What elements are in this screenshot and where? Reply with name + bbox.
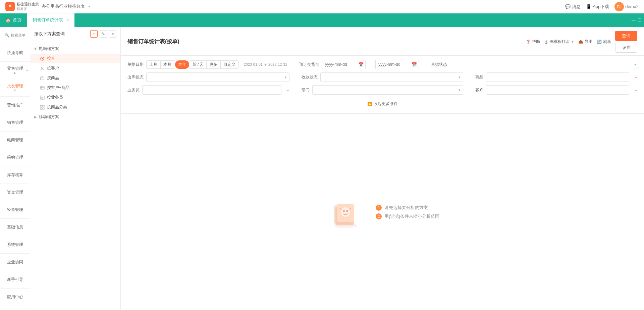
filter-row-3: 业务员 ··· 部门 客户 ··· [127, 85, 637, 95]
filter-salesman: 业务员 ··· [127, 85, 289, 95]
department-select[interactable] [312, 85, 464, 95]
logo-version: 标准版 [17, 7, 39, 11]
filter-goods: 商品 ··· [475, 72, 637, 82]
sidebar-item-retail[interactable]: 零售管理 ▶ [0, 62, 30, 79]
filter-expected-date: 预计交货期 📅 — 📅 [299, 60, 419, 69]
active-tab-label: 销售订单统计表 [33, 17, 63, 23]
sidebar-item-operations[interactable]: 经营管理 [0, 201, 30, 219]
appcenter-label: 应用中心 [7, 294, 23, 300]
7days-btn[interactable]: 近7天 [190, 60, 206, 69]
empty-tip-1: 1 请先选择要分析的方案 [376, 205, 439, 211]
goods-more-icon[interactable]: ··· [633, 74, 637, 80]
tree-item-by-salesman[interactable]: 按业务员 [30, 93, 120, 102]
out-status-label: 出库状态 [127, 74, 144, 80]
tab-active[interactable]: 销售订单统计表 × [27, 13, 74, 27]
breadcrumb-dropdown-icon[interactable] [87, 4, 92, 9]
tree-category-mobile[interactable]: ▶ 移动端方案 [30, 112, 120, 122]
by-customer-label: 按客户 [47, 65, 59, 71]
sidebar-item-guide[interactable]: 新手引导 [0, 271, 30, 289]
sidebar-item-wholesale[interactable]: 批发管理 ▼ [0, 79, 30, 97]
panel-tree: ▶ 电脑端方案 按单 按客户 按商品 [30, 41, 120, 310]
status-label: 单据状态 [431, 62, 447, 67]
tree-item-by-order[interactable]: 按单 [30, 54, 120, 63]
filter-status: 单据状态 ▾ [431, 60, 637, 69]
sidebar-item-sales[interactable]: 销售管理 [0, 114, 30, 132]
export-link[interactable]: 📤 导出 [578, 39, 593, 45]
sidebar-item-purchase[interactable]: 采购管理 [0, 149, 30, 166]
customer-input[interactable] [486, 85, 629, 95]
filter-department: 部门 [302, 85, 464, 95]
tab-home[interactable]: 🏠 首页 [0, 13, 27, 27]
sidebar-search-item[interactable]: 🔍 搜索菜单 [0, 27, 30, 44]
goods-input[interactable] [486, 72, 629, 82]
prev-month-btn[interactable]: 上月 [146, 60, 160, 69]
out-status-select[interactable] [146, 72, 289, 82]
svg-rect-7 [40, 87, 44, 89]
user-action[interactable]: Ea demo2 [614, 2, 639, 11]
enterprise-label: 企业协同 [7, 259, 23, 265]
collapse-btn[interactable]: 🔼 收起更多条件 [127, 98, 637, 109]
salesman-input[interactable] [142, 85, 281, 95]
tree-item-by-goods-category[interactable]: 按商品分类 [30, 102, 120, 112]
sidebar-item-inventory[interactable]: 库存核算 [0, 166, 30, 184]
current-year-btn[interactable]: 本年 [175, 60, 189, 69]
minimize-btn[interactable]: ─ [632, 17, 635, 23]
department-select-wrap [312, 85, 464, 95]
tree-item-by-goods[interactable]: 按商品 [30, 73, 120, 83]
by-customer-goods-label: 按客户+商品 [47, 85, 69, 91]
header-left: 畅捷通好生意 标准版 办公用品行业模拟账套 [5, 2, 92, 11]
tree-item-by-customer-goods[interactable]: 按客户+商品 [30, 83, 120, 93]
customer-more-icon[interactable]: ··· [633, 87, 637, 93]
message-action[interactable]: 💬 消息 [565, 4, 581, 10]
help-icon: ❓ [526, 40, 531, 44]
sidebar-item-finance[interactable]: 资金管理 [0, 184, 30, 201]
tab-close-icon[interactable]: × [66, 18, 69, 22]
salesman-label: 业务员 [127, 87, 140, 93]
sidebar-item-basic[interactable]: 基础信息 [0, 219, 30, 236]
salesman-more-icon[interactable]: ··· [285, 87, 289, 93]
expected-date-inputs: 📅 — 📅 [322, 60, 419, 69]
custom-btn[interactable]: 自定义 [220, 60, 238, 69]
sidebar-item-marketing[interactable]: 营销推广 [0, 97, 30, 114]
expected-date-label: 预计交货期 [299, 62, 319, 67]
date-range-text: 2023-01-01 至 2023-12-31 [244, 62, 287, 67]
tree-category-desktop[interactable]: ▶ 电脑端方案 [30, 44, 120, 54]
more-btn[interactable]: 更多 [206, 60, 220, 69]
page-title: 销售订单统计表(按单) [127, 38, 179, 45]
current-month-btn[interactable]: 本月 [160, 60, 174, 69]
mobile-icon: 📱 [586, 4, 591, 9]
receive-status-select[interactable] [320, 72, 464, 82]
template-print-link[interactable]: 🖨 按模板打印 ▼ [544, 39, 574, 45]
retail-label: 零售管理 [7, 66, 23, 71]
sidebar-item-enterprise[interactable]: 企业协同 [0, 254, 30, 271]
empty-tips: 1 请先选择要分析的方案 2 用[过滤]条件来缩小分析范围 [376, 205, 439, 219]
filter-row-2: 出库状态 收款状态 商品 [127, 72, 637, 82]
sidebar-item-system[interactable]: 系统管理 [0, 236, 30, 254]
tip-1-text: 请先选择要分析的方案 [384, 205, 428, 211]
filter-date-item: 单据日期 上月 本月 本年 近7天 更多 自定义 2023-01-01 至 20… [127, 60, 287, 69]
maximize-btn[interactable]: □ [638, 17, 641, 23]
query-button[interactable]: 查询 [615, 31, 637, 41]
add-scheme-btn[interactable]: + [90, 30, 98, 38]
collapse-panel-btn[interactable]: « [109, 30, 116, 38]
sidebar-item-wechat[interactable]: 企业微信 [0, 306, 30, 310]
sidebar-item-shortcut[interactable]: 快捷导航 [0, 44, 30, 62]
edit-scheme-btn[interactable]: ✎ [100, 30, 107, 38]
refresh-link[interactable]: 🔄 刷新 [597, 39, 611, 45]
svg-point-22 [341, 207, 350, 217]
sidebar-item-ecommerce[interactable]: 电商管理 [0, 132, 30, 149]
tab-bar: 🏠 首页 销售订单统计表 × ─ □ [0, 13, 644, 27]
status-select[interactable] [450, 60, 639, 69]
svg-rect-17 [43, 108, 44, 109]
print-icon: 🖨 [544, 40, 548, 44]
tree-item-by-customer[interactable]: 按客户 [30, 63, 120, 73]
tab-bar-actions: ─ □ [629, 13, 644, 27]
svg-point-2 [10, 6, 11, 6]
settings-button[interactable]: 设置 [615, 43, 637, 53]
by-goods-label: 按商品 [47, 75, 59, 81]
app-download-action[interactable]: 📱 App下载 [586, 4, 609, 10]
sidebar-item-appcenter[interactable]: 应用中心 [0, 289, 30, 306]
help-link[interactable]: ❓ 帮助 [526, 39, 540, 45]
search-menu-label: 搜索菜单 [11, 33, 25, 38]
receive-status-label: 收款状态 [302, 74, 318, 80]
